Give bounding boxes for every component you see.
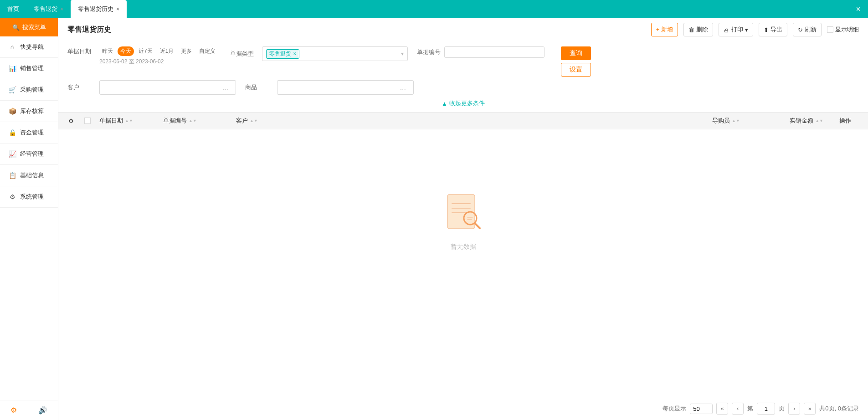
tab-retail-return-history-close[interactable]: ×: [116, 6, 119, 12]
sidebar-bottom: ⚙ 🔊: [0, 400, 58, 420]
sidebar-item-sales[interactable]: 📊 销售管理: [0, 58, 58, 79]
export-icon: ⬆: [764, 26, 769, 33]
window-close-button[interactable]: ×: [856, 5, 861, 14]
date-sort-icon: ▲▼: [125, 119, 133, 123]
lock-icon: 🔒: [8, 128, 16, 137]
th-customer[interactable]: 客户 ▲▼: [232, 117, 709, 125]
customer-dots[interactable]: ...: [219, 83, 232, 92]
export-button[interactable]: ⬆ 导出: [759, 23, 787, 36]
bag-icon: 🛒: [8, 86, 16, 94]
yesterday-btn[interactable]: 昨天: [99, 46, 116, 56]
last1month-btn[interactable]: 近1月: [157, 46, 177, 56]
custom-btn[interactable]: 自定义: [196, 46, 218, 56]
main-content: 零售退货历史 + 新增 🗑 删除 🖨 打印 ▾ ⬆ 导出: [58, 18, 868, 420]
sidebar-search-btn[interactable]: 🔍 搜索菜单: [0, 18, 58, 36]
query-set-group: 查询 设置: [561, 46, 591, 77]
top-tab-bar: 首页 零售退货 × 零售退货历史 × ×: [0, 0, 868, 18]
refresh-icon: ↻: [798, 26, 803, 33]
set-button[interactable]: 设置: [561, 63, 591, 77]
page-title-row: 零售退货历史 + 新增 🗑 删除 🖨 打印 ▾ ⬆ 导出: [67, 23, 859, 36]
page-unit-label: 页: [779, 405, 785, 413]
more-btn[interactable]: 更多: [178, 46, 195, 56]
goods-select[interactable]: ...: [277, 80, 414, 95]
sidebar-item-system[interactable]: ⚙ 系统管理: [0, 186, 58, 208]
main-layout: 🔍 搜索菜单 ⌂ 快捷导航 📊 销售管理 🛒 采购管理 📦 库存核算 🔒 资金管…: [0, 18, 868, 420]
print-button[interactable]: 🖨 打印 ▾: [719, 23, 753, 36]
page-number-input[interactable]: [757, 403, 775, 415]
volume-bottom-icon[interactable]: 🔊: [38, 406, 47, 415]
customer-sort-icon: ▲▼: [250, 119, 258, 123]
customer-select[interactable]: ...: [99, 80, 236, 95]
empty-state: 暂无数据: [58, 129, 868, 312]
amount-sort-icon: ▲▼: [815, 119, 823, 123]
refresh-button[interactable]: ↻ 刷新: [793, 23, 822, 36]
sidebar-item-purchase[interactable]: 🛒 采购管理: [0, 79, 58, 101]
pagination: 每页显示 50 10 20 100 « ‹ 第 页 › » 共0页, 0条记录: [58, 397, 868, 420]
order-filter-label: 单据编号: [417, 48, 444, 56]
prev-page-button[interactable]: ‹: [732, 403, 744, 415]
tab-home[interactable]: 首页: [0, 0, 26, 18]
th-order[interactable]: 单据编号 ▲▼: [159, 117, 232, 125]
print-chevron-icon: ▾: [745, 26, 748, 33]
first-page-button[interactable]: «: [716, 403, 728, 415]
tab-retail-return[interactable]: 零售退货 ×: [26, 0, 71, 18]
sidebar-item-inventory[interactable]: 📦 库存核算: [0, 101, 58, 122]
tab-retail-return-history[interactable]: 零售退货历史 ×: [71, 0, 127, 18]
sidebar-item-operation[interactable]: 📈 经营管理: [0, 143, 58, 165]
last7-btn[interactable]: 近7天: [136, 46, 155, 56]
sidebar: 🔍 搜索菜单 ⌂ 快捷导航 📊 销售管理 🛒 采购管理 📦 库存核算 🔒 资金管…: [0, 18, 58, 420]
filter-section: 零售退货历史 + 新增 🗑 删除 🖨 打印 ▾ ⬆ 导出: [58, 18, 868, 112]
table-area: ⚙ 单据日期 ▲▼ 单据编号 ▲▼ 客户 ▲▼ 导购员: [58, 112, 868, 397]
box-icon: 📦: [8, 107, 16, 115]
th-amount[interactable]: 实销金额 ▲▼: [772, 117, 827, 125]
settings-bottom-icon[interactable]: ⚙: [10, 406, 17, 415]
column-settings-icon[interactable]: ⚙: [68, 118, 74, 124]
page-label: 第: [747, 405, 753, 413]
display-detail-label[interactable]: 显示明细: [827, 26, 859, 34]
date-shortcuts: 昨天 今天 近7天 近1月 更多 自定义: [99, 46, 218, 56]
type-tag: 零售退货 ×: [266, 49, 299, 59]
empty-text: 暂无数据: [451, 243, 476, 251]
collapse-icon: ▲: [442, 100, 447, 107]
th-action: 操作: [827, 117, 863, 125]
per-page-label: 每页显示: [663, 405, 686, 413]
toolbar: + 新增 🗑 删除 🖨 打印 ▾ ⬆ 导出 ↻: [651, 23, 859, 36]
info-icon: 📋: [8, 171, 16, 179]
page-title: 零售退货历史: [67, 25, 111, 35]
collapse-filter-button[interactable]: ▲ 收起更多条件: [442, 97, 485, 112]
th-checkbox[interactable]: [79, 118, 96, 124]
customer-filter-label: 客户: [67, 83, 99, 92]
query-button[interactable]: 查询: [561, 46, 591, 60]
per-page-select[interactable]: 50 10 20 100: [690, 404, 713, 414]
home-icon: ⌂: [8, 43, 16, 51]
sidebar-item-quick-nav[interactable]: ⌂ 快捷导航: [0, 36, 58, 58]
select-all-checkbox[interactable]: [84, 118, 91, 124]
today-btn[interactable]: 今天: [118, 46, 134, 56]
delete-button[interactable]: 🗑 删除: [683, 23, 713, 36]
type-tag-close[interactable]: ×: [293, 51, 296, 57]
delete-icon: 🗑: [688, 26, 694, 33]
order-sort-icon: ▲▼: [189, 119, 197, 123]
tab-retail-return-close[interactable]: ×: [60, 6, 63, 12]
sidebar-item-finance[interactable]: 🔒 资金管理: [0, 122, 58, 143]
table-header: ⚙ 单据日期 ▲▼ 单据编号 ▲▼ 客户 ▲▼ 导购员: [58, 112, 868, 129]
th-settings[interactable]: ⚙: [63, 118, 79, 124]
last-page-button[interactable]: »: [804, 403, 816, 415]
next-page-button[interactable]: ›: [788, 403, 800, 415]
date-range-display: 2023-06-02 至 2023-06-02: [99, 58, 221, 66]
goods-dots[interactable]: ...: [396, 83, 410, 92]
date-filter-label: 单据日期: [67, 47, 99, 56]
search-icon: 🔍: [12, 24, 20, 31]
th-guide[interactable]: 导购员 ▲▼: [709, 117, 772, 125]
goods-filter-label: 商品: [245, 83, 277, 92]
print-icon: 🖨: [724, 26, 729, 33]
order-number-input[interactable]: [444, 46, 544, 58]
display-detail-checkbox[interactable]: [827, 26, 833, 33]
sidebar-item-base-info[interactable]: 📋 基础信息: [0, 165, 58, 186]
total-label: 共0页, 0条记录: [819, 405, 859, 413]
th-date[interactable]: 单据日期 ▲▼: [96, 117, 159, 125]
type-select[interactable]: 零售退货 × ▾: [262, 46, 408, 61]
new-button[interactable]: + 新增: [651, 23, 678, 36]
empty-icon: [441, 190, 486, 236]
bar-icon: 📈: [8, 150, 16, 158]
